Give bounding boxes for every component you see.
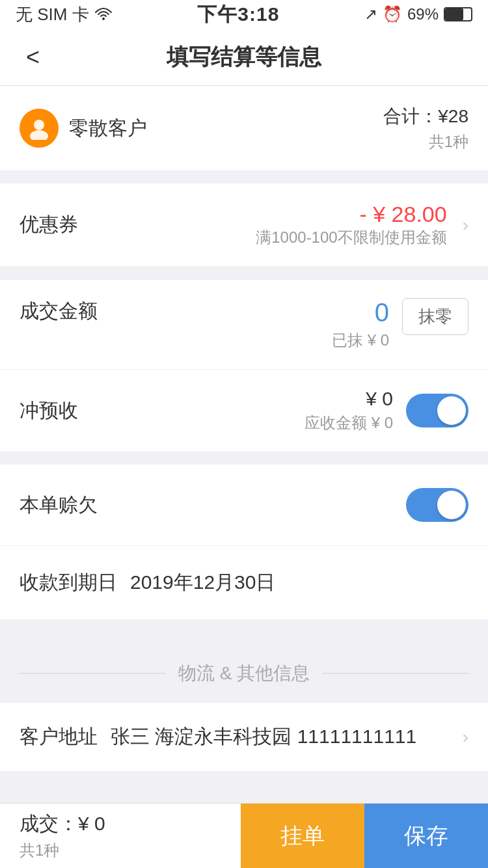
debt-row: 本单赊欠: [0, 465, 488, 545]
bottom-amount-label: 成交：¥ 0: [20, 811, 221, 837]
trans-label: 成交：: [20, 813, 78, 834]
status-right: ↗ ⏰ 69%: [364, 5, 472, 23]
prepay-amounts: ¥ 0 应收金额 ¥ 0: [305, 388, 393, 433]
status-left: 无 SIM 卡: [16, 3, 113, 26]
divider-4: [0, 619, 488, 632]
due-date-value: 2019年12月30日: [130, 569, 275, 596]
page-title: 填写结算等信息: [167, 42, 321, 72]
address-row[interactable]: 客户地址 张三 海淀永丰科技园 11111111111 ›: [0, 703, 488, 771]
coupon-desc: 满1000-100不限制使用金额: [256, 227, 446, 248]
coupon-row[interactable]: 优惠券 - ¥ 28.00 满1000-100不限制使用金额 ›: [0, 183, 488, 267]
transaction-sub: 已抹 ¥ 0: [332, 330, 389, 351]
divider-1: [0, 170, 488, 183]
prepay-label: 冲预收: [20, 398, 78, 424]
main-content: 零散客户 合计：¥28 共1种 优惠券 - ¥ 28.00 满1000-100不…: [0, 86, 488, 836]
address-value: 张三 海淀永丰科技园 11111111111: [111, 724, 457, 750]
back-button[interactable]: <: [20, 37, 46, 77]
carrier-label: 无 SIM 卡: [16, 3, 89, 26]
coupon-amount: - ¥ 28.00: [256, 202, 446, 227]
transaction-label: 成交金额: [20, 298, 98, 325]
prepay-toggle[interactable]: [406, 394, 468, 427]
location-icon: ↗: [364, 5, 377, 23]
divider-3: [0, 452, 488, 465]
due-date-row: 收款到期日 2019年12月30日: [0, 545, 488, 619]
status-time: 下午3:18: [197, 1, 279, 28]
customer-name: 零散客户: [69, 115, 147, 142]
coupon-right: - ¥ 28.00 满1000-100不限制使用金额 ›: [256, 202, 468, 248]
svg-point-2: [30, 130, 48, 140]
transaction-value: 0: [332, 298, 389, 327]
round-button[interactable]: 抹零: [402, 298, 468, 335]
divider-2: [0, 267, 488, 280]
due-date-label: 收款到期日: [20, 569, 117, 596]
chevron-right-icon: ›: [463, 215, 468, 236]
save-button[interactable]: 保存: [364, 804, 488, 868]
hold-button[interactable]: 挂单: [241, 804, 364, 868]
address-label: 客户地址: [20, 724, 98, 750]
bottom-amount-value: ¥ 0: [78, 813, 105, 834]
prepay-amount: ¥ 0: [305, 388, 393, 410]
bottom-bar: 成交：¥ 0 共1种 挂单 保存: [0, 803, 488, 868]
customer-avatar: [20, 109, 59, 148]
prepay-right: ¥ 0 应收金额 ¥ 0: [305, 388, 468, 433]
svg-point-1: [34, 120, 44, 130]
customer-row: 零散客户 合计：¥28 共1种: [0, 86, 488, 170]
wifi-icon: [94, 8, 113, 21]
transaction-row: 成交金额 0 已抹 ¥ 0 抹零: [0, 280, 488, 370]
total-count: 共1种: [383, 131, 468, 152]
address-chevron-icon: ›: [463, 727, 468, 748]
logistics-section: 物流 & 其他信息: [0, 645, 488, 701]
logistics-label: 物流 & 其他信息: [165, 661, 323, 686]
nav-bar: < 填写结算等信息: [0, 29, 488, 86]
debt-toggle-knob: [437, 491, 466, 519]
customer-right: 合计：¥28 共1种: [383, 104, 468, 152]
debt-label: 本单赊欠: [20, 492, 98, 519]
customer-section: 零散客户 合计：¥28 共1种: [0, 86, 488, 170]
prepay-row: 冲预收 ¥ 0 应收金额 ¥ 0: [0, 370, 488, 452]
alarm-icon: ⏰: [383, 5, 402, 23]
svg-point-0: [102, 18, 105, 20]
status-bar: 无 SIM 卡 下午3:18 ↗ ⏰ 69%: [0, 0, 488, 29]
avatar-icon: [27, 116, 51, 140]
customer-left: 零散客户: [20, 109, 147, 148]
total-amount: 合计：¥28: [383, 104, 468, 129]
coupon-label: 优惠券: [20, 211, 78, 238]
toggle-knob: [437, 396, 466, 425]
prepay-sub: 应收金额 ¥ 0: [305, 413, 393, 433]
battery-indicator: [444, 7, 472, 21]
debt-toggle[interactable]: [406, 488, 468, 522]
battery-percent: 69%: [407, 5, 439, 23]
bottom-info: 成交：¥ 0 共1种: [0, 804, 241, 868]
bottom-count: 共1种: [20, 840, 221, 861]
